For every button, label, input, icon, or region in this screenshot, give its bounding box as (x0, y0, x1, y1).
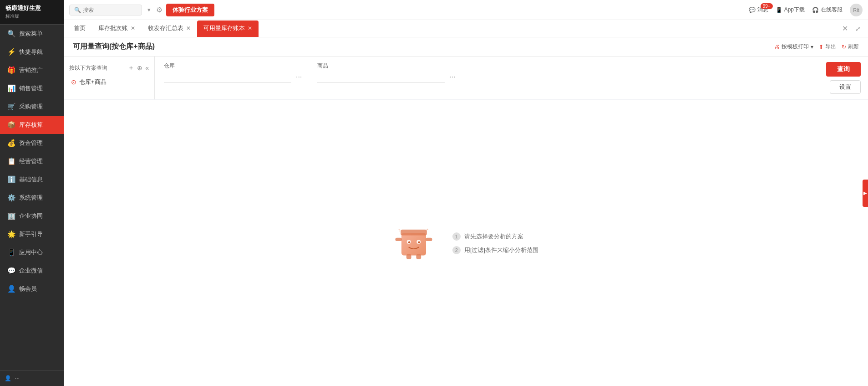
trial-button[interactable]: 体验行业方案 (166, 4, 214, 16)
svg-text:✦: ✦ (426, 227, 429, 231)
message-button[interactable]: 💬 消息 99+ (749, 6, 768, 14)
empty-state: ? ✦ 1 请先选择要分析的方案 2 用[过滤]条件来缩小分析范围 (64, 100, 868, 386)
sidebar-user-info[interactable]: 👤 ··· (0, 370, 64, 386)
sidebar-item-label: 快捷导航 (19, 48, 43, 56)
query-scheme-header: 按以下方案查询 ＋ ⊕ « (64, 61, 154, 75)
page-header: 可用量查询(按仓库+商品) 🖨 按模板打印 ▾ ⬆ 导出 ↻ 刷新 (64, 37, 868, 57)
svg-rect-9 (416, 254, 421, 259)
warehouse-filter-input[interactable] (164, 72, 291, 82)
sidebar-item-system[interactable]: ⚙️ 系统管理 (0, 189, 64, 207)
add-scheme-icon[interactable]: ＋ (128, 64, 134, 72)
svg-rect-8 (406, 254, 411, 259)
tab-batch-close[interactable]: ✕ (131, 26, 135, 31)
sidebar-item-label: 采购管理 (19, 103, 43, 111)
gift-icon: 🎁 (7, 66, 15, 74)
sidebar-item-label: 基础信息 (19, 175, 43, 184)
sidebar-item-label: 应用中心 (19, 248, 43, 257)
sidebar-item-label: 新手引导 (19, 230, 43, 238)
svg-rect-0 (401, 233, 426, 256)
search-input[interactable] (83, 7, 137, 13)
chevron-down-icon[interactable]: ▾ (146, 5, 152, 15)
empty-cube-svg: ? ✦ (393, 221, 434, 262)
sidebar-item-label: 资金管理 (19, 139, 43, 147)
warehouse-filter-label: 仓库 (164, 62, 304, 70)
sidebar-item-operation[interactable]: 📋 经营管理 (0, 152, 64, 170)
export-icon: ⬆ (819, 44, 823, 50)
export-button[interactable]: ⬆ 导出 (819, 43, 836, 51)
tab-window-close-icon[interactable]: ✕ (838, 22, 852, 35)
sidebar-item-shortcut[interactable]: ⚡ 快捷导航 (0, 43, 64, 61)
sidebar-item-inventory[interactable]: 📦 库存核算 (0, 116, 64, 134)
sidebar-item-label: 畅会员 (19, 285, 37, 293)
sidebar-item-appcenter[interactable]: 📱 应用中心 (0, 243, 64, 262)
sidebar-item-label: 企业微信 (19, 267, 43, 275)
tab-summary-label: 收发存汇总表 (148, 24, 183, 32)
tab-available-close[interactable]: ✕ (248, 26, 252, 31)
sidebar-item-sales[interactable]: 📊 销售管理 (0, 79, 64, 98)
tab-available[interactable]: 可用量库存账本 ✕ (197, 21, 259, 37)
sidebar-item-purchase[interactable]: 🛒 采购管理 (0, 98, 64, 116)
product-filter-dots[interactable]: ··· (447, 73, 457, 81)
online-service-button[interactable]: 🎧 在线客服 (812, 6, 843, 14)
sidebar-item-wechat[interactable]: 💬 企业微信 (0, 262, 64, 280)
settings-button[interactable]: 设置 (830, 80, 861, 94)
refresh-label: 刷新 (848, 43, 859, 51)
topbar-search-box[interactable]: 🔍 (69, 5, 142, 15)
print-button[interactable]: 🖨 按模板打印 ▾ (774, 43, 813, 51)
sidebar-nav: 🔍 搜索菜单 ⚡ 快捷导航 🎁 营销推广 📊 销售管理 🛒 采购管理 📦 库存核… (0, 25, 64, 370)
scheme-item-warehouse-product[interactable]: ⊙ 仓库+商品 (64, 75, 154, 89)
sidebar-item-member[interactable]: 👤 畅会员 (0, 280, 64, 298)
sidebar-item-enterprise[interactable]: 🏢 企业协同 (0, 207, 64, 225)
money-icon: 💰 (7, 139, 15, 147)
tab-batch[interactable]: 库存批次账 ✕ (92, 21, 142, 37)
topbar-gear-icon[interactable]: ⚙ (156, 5, 162, 14)
empty-hint-1: 1 请先选择要分析的方案 (452, 232, 538, 241)
cart-icon: 🛒 (7, 103, 15, 111)
service-label: 在线客服 (821, 6, 843, 14)
topbar: 🔍 ▾ ⚙ 体验行业方案 💬 消息 99+ 📱 App下载 🎧 在线客服 Rit (64, 0, 868, 20)
sidebar-item-basic[interactable]: ℹ️ 基础信息 (0, 170, 64, 189)
sidebar-item-search[interactable]: 🔍 搜索菜单 (0, 25, 64, 43)
search-input-icon: 🔍 (74, 7, 81, 13)
scroll-arrow-icon: ▶ (863, 190, 867, 196)
user-avatar[interactable]: Rit (850, 4, 863, 16)
settings-scheme-icon[interactable]: ⊕ (137, 64, 142, 72)
sidebar-header: 畅康通好生意 标准版 (0, 0, 64, 25)
refresh-button[interactable]: ↻ 刷新 (842, 43, 859, 51)
tab-home-label: 首页 (74, 24, 86, 32)
sidebar-item-label: 搜索菜单 (19, 30, 43, 38)
product-filter-input[interactable] (317, 72, 445, 82)
box-icon: 📦 (7, 121, 15, 129)
user-name-display: Rit (853, 7, 859, 13)
scheme-icon: ⊙ (71, 78, 76, 86)
topbar-right: 💬 消息 99+ 📱 App下载 🎧 在线客服 Rit (749, 4, 863, 16)
scroll-indicator[interactable]: ▶ (863, 180, 868, 207)
gear-icon: ⚙️ (7, 194, 15, 202)
sidebar-user-name: ··· (15, 375, 20, 381)
headset-icon: 🎧 (812, 7, 819, 13)
sidebar-subtitle: 标准版 (5, 13, 58, 20)
hint-text-1: 请先选择要分析的方案 (464, 232, 523, 241)
sidebar-item-label: 营销推广 (19, 66, 43, 74)
app-download-button[interactable]: 📱 App下载 (776, 6, 805, 14)
empty-hint-2: 2 用[过滤]条件来缩小分析范围 (452, 246, 538, 254)
sidebar-item-newbie[interactable]: 🌟 新手引导 (0, 225, 64, 243)
warehouse-filter-dots[interactable]: ··· (294, 73, 304, 81)
sidebar-item-marketing[interactable]: 🎁 营销推广 (0, 61, 64, 79)
tab-home[interactable]: 首页 (67, 21, 92, 37)
svg-rect-6 (395, 237, 401, 241)
query-buttons: 查询 设置 (819, 57, 868, 99)
empty-icon: ? ✦ (393, 221, 439, 266)
print-chevron-icon[interactable]: ▾ (811, 44, 813, 50)
query-button[interactable]: 查询 (826, 62, 861, 77)
svg-rect-1 (401, 229, 427, 235)
member-icon: 👤 (7, 285, 15, 293)
tab-summary-close[interactable]: ✕ (186, 26, 191, 31)
collapse-scheme-icon[interactable]: « (145, 64, 149, 72)
star-icon: 🌟 (7, 230, 15, 238)
tab-expand-icon[interactable]: ⤢ (852, 23, 864, 34)
sidebar-title: 畅康通好生意 (5, 5, 58, 12)
sidebar-item-finance[interactable]: 💰 资金管理 (0, 134, 64, 152)
tab-summary[interactable]: 收发存汇总表 ✕ (142, 21, 197, 37)
sidebar-item-label: 销售管理 (19, 84, 43, 93)
